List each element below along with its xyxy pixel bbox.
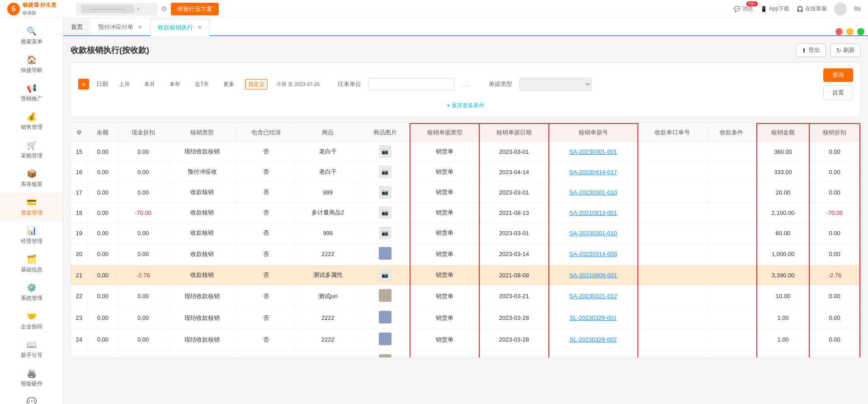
- td-doc-no[interactable]: SA-20230314-008: [549, 243, 638, 265]
- td-doc-no[interactable]: SA-20230301-010: [549, 182, 638, 203]
- date-filter-label: 日期: [96, 80, 108, 88]
- sidebar-item-operations[interactable]: 📊 经营管理: [0, 221, 63, 250]
- online-service-item[interactable]: 🎧 在线客服: [797, 5, 827, 13]
- td-doc-no[interactable]: SA-20210808-001: [549, 265, 638, 285]
- query-btn[interactable]: 查询: [823, 68, 853, 82]
- partner-input[interactable]: [368, 78, 454, 90]
- td-receipt-order: [638, 203, 707, 223]
- table-row: 24 0.00 0.00 现结收款核销 否 2222 销货单 2023-03-2…: [71, 329, 860, 351]
- user-avatar: [834, 3, 847, 15]
- doc-no-link[interactable]: SA-20210813-001: [569, 209, 617, 216]
- tab-receipt-close[interactable]: ✕: [198, 24, 202, 31]
- td-doc-no[interactable]: SL-20230328-002: [549, 329, 638, 351]
- td-balance: 0.00: [87, 162, 118, 182]
- window-min-btn[interactable]: [846, 28, 854, 35]
- notification-item[interactable]: 💬 消息 99+: [734, 5, 753, 13]
- sidebar-item-marketing[interactable]: 📢 营销推广: [0, 79, 63, 107]
- refresh-btn[interactable]: ↻ 刷新: [830, 43, 861, 57]
- table-row: 23 0.00 0.00 现结收款核销 否 2222 销货单 2023-03-2…: [71, 307, 860, 329]
- doc-no-link[interactable]: SA-20230314-008: [569, 251, 617, 257]
- app-download-item[interactable]: 📱 App下载: [760, 5, 789, 13]
- sidebar-item-guide[interactable]: 📖 新手引导: [0, 335, 63, 364]
- td-doc-no[interactable]: SA-20230301-010: [549, 223, 638, 243]
- tab-home[interactable]: 首页: [63, 18, 90, 35]
- td-doc-no[interactable]: SA-20230301-001: [549, 142, 638, 162]
- td-writeoff-amount: 2,100.00: [757, 203, 809, 223]
- settings-btn[interactable]: 设置: [823, 86, 853, 100]
- date-this-month-btn[interactable]: 本月: [141, 80, 159, 89]
- date-last-month-btn[interactable]: 上月: [115, 80, 133, 89]
- td-receipt-cond: [707, 285, 757, 307]
- username: Rit: [854, 6, 861, 12]
- sidebar-item-nav[interactable]: 🏠 快捷导航: [0, 50, 63, 79]
- sidebar-item-system[interactable]: ⚙️ 系统管理: [0, 278, 63, 307]
- sidebar-item-purchase[interactable]: 🛒 采购管理: [0, 136, 63, 164]
- td-doc-no[interactable]: SA-20230331-026: [549, 351, 638, 358]
- window-close-btn[interactable]: [835, 28, 843, 35]
- expand-more-bar[interactable]: ▾ 展开更多条件: [78, 100, 853, 111]
- td-writeoff-discount: 0.00: [809, 243, 860, 265]
- doc-no-link[interactable]: SA-20230301-010: [569, 230, 617, 237]
- window-max-btn[interactable]: [857, 28, 864, 35]
- td-writeoff-amount: 20.00: [757, 182, 809, 203]
- date-custom-btn[interactable]: 自定义: [245, 79, 268, 90]
- td-doc-date: 2023-03-01: [479, 223, 548, 243]
- th-receipt-cond: 收款条件: [707, 124, 757, 142]
- filter-collapse-btn[interactable]: »: [78, 79, 89, 90]
- td-writeoff-amount: 333.00: [757, 162, 809, 182]
- sidebar-item-inventory[interactable]: 📦 库存核算: [0, 164, 63, 193]
- doc-no-link[interactable]: SA-20230414-017: [569, 169, 617, 176]
- gear-icon[interactable]: ⚙: [161, 5, 167, 13]
- doc-no-link[interactable]: SL-20230328-001: [570, 314, 617, 321]
- td-doc-no[interactable]: SA-20230321-012: [549, 285, 638, 307]
- td-receipt-cond: [707, 162, 757, 182]
- doc-no-link[interactable]: SA-20230301-001: [569, 148, 617, 155]
- td-doc-no[interactable]: SL-20230328-001: [549, 307, 638, 329]
- td-writeoff-type: 收款核销: [168, 223, 237, 243]
- doc-no-link[interactable]: SA-20230321-012: [569, 293, 617, 299]
- sidebar-item-sales[interactable]: 💰 销售管理: [0, 107, 63, 136]
- export-icon: ⬆: [802, 47, 807, 54]
- sales-icon: 💰: [27, 112, 37, 122]
- tab-prepay[interactable]: 预付冲应付单 ✕: [90, 18, 150, 35]
- date-this-year-btn[interactable]: 本年: [166, 80, 184, 89]
- doc-type-select[interactable]: [519, 78, 592, 91]
- th-cash-discount: 现金折扣: [118, 124, 168, 142]
- sidebar-item-enterprise[interactable]: 🤝 企业协同: [0, 307, 63, 335]
- td-num: 18: [71, 203, 87, 223]
- sidebar-item-wechat[interactable]: 💬 企业微信: [0, 392, 63, 404]
- td-receipt-order: [638, 329, 707, 351]
- doc-no-link[interactable]: SA-20230301-010: [569, 189, 617, 196]
- th-product: 商品: [296, 124, 360, 142]
- th-doc-date: 核销单据日期: [479, 124, 548, 142]
- app-download-label: App下载: [769, 5, 789, 13]
- content-area: 首页 预付冲应付单 ✕ 收款核销执行 ✕ 收款核销执行(按收款): [63, 18, 868, 404]
- sidebar-item-hardware[interactable]: 🖨️ 智能硬件: [0, 364, 63, 392]
- doc-no-link[interactable]: SA-20210808-001: [569, 272, 617, 279]
- td-writeoff-amount: 60.00: [757, 223, 809, 243]
- th-settings[interactable]: ⚙: [71, 124, 87, 142]
- th-writeoff-type: 核销类型: [168, 124, 237, 142]
- sidebar-item-base[interactable]: 🗂️ 基础信息: [0, 250, 63, 278]
- td-receipt-cond: [707, 223, 757, 243]
- date-7days-btn[interactable]: 近7天: [191, 80, 212, 89]
- sidebar-item-search[interactable]: 🔍 搜索菜单: [0, 22, 63, 50]
- brand-name: 畅捷通·好生意: [23, 1, 57, 9]
- industry-solution-btn[interactable]: 体验行业方案: [171, 3, 219, 15]
- tab-prepay-close[interactable]: ✕: [138, 24, 142, 30]
- tab-receipt[interactable]: 收款核销执行 ✕: [150, 19, 210, 36]
- doc-no-link[interactable]: SL-20230328-002: [570, 336, 617, 343]
- export-btn[interactable]: ⬆ 导出: [796, 43, 826, 57]
- table-body: 15 0.00 0.00 现结收款核销 否 老白干 📷 销货单 2023-03-…: [71, 142, 860, 358]
- main-table: ⚙ 余额 现金折扣 核销类型 包含已结清 商品 商品图片 核销单据类型 核销单据…: [71, 123, 860, 358]
- sidebar-item-finance[interactable]: 💳 资金管理: [0, 193, 63, 221]
- td-num: 21: [71, 265, 87, 285]
- date-more-btn[interactable]: 更多: [220, 80, 238, 89]
- td-doc-no[interactable]: SA-20230414-017: [549, 162, 638, 182]
- td-receipt-order: [638, 182, 707, 203]
- td-cash-discount: 0.00: [118, 351, 168, 358]
- td-cash-discount: 0.00: [118, 182, 168, 203]
- hardware-icon: 🖨️: [27, 368, 37, 378]
- td-doc-no[interactable]: SA-20210813-001: [549, 203, 638, 223]
- td-cash-discount: -70.00: [118, 203, 168, 223]
